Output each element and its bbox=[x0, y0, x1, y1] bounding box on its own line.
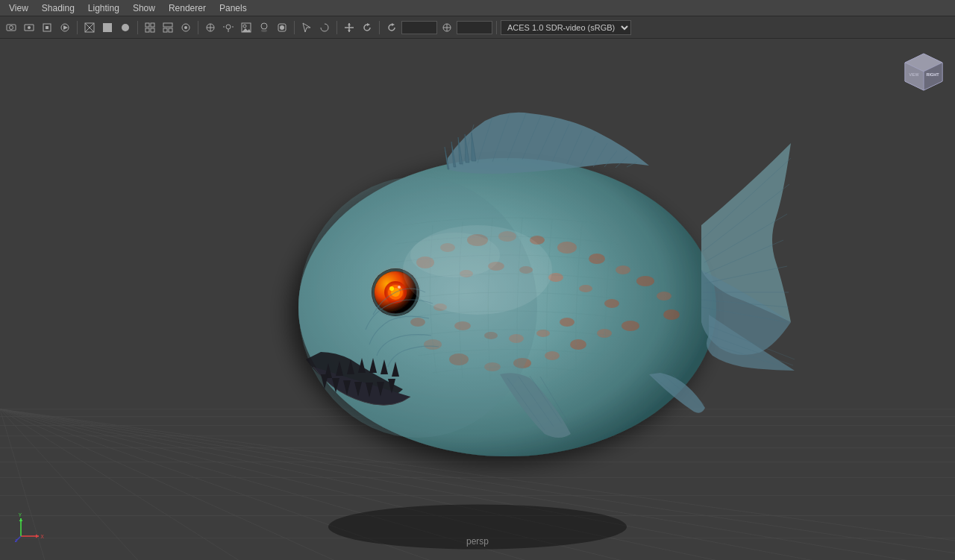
lasso-btn[interactable] bbox=[316, 19, 333, 36]
toolbar: 0.00 1.00 ACES 1.0 SDR-video (sRGB) bbox=[0, 16, 955, 39]
svg-rect-17 bbox=[163, 23, 172, 27]
svg-rect-14 bbox=[151, 23, 154, 27]
svg-point-102 bbox=[536, 330, 550, 337]
snap-btn[interactable] bbox=[178, 19, 194, 36]
axis-indicator: X Y Z bbox=[15, 512, 45, 542]
svg-point-124 bbox=[389, 286, 394, 291]
svg-text:Y: Y bbox=[19, 512, 22, 517]
svg-point-33 bbox=[261, 29, 267, 32]
render-icon[interactable] bbox=[57, 19, 73, 36]
svg-marker-31 bbox=[242, 28, 251, 32]
svg-rect-16 bbox=[151, 28, 154, 32]
svg-point-90 bbox=[597, 329, 612, 338]
texture-btn[interactable] bbox=[238, 19, 254, 36]
select-btn[interactable] bbox=[298, 19, 315, 36]
separator-5 bbox=[336, 21, 337, 34]
svg-marker-39 bbox=[348, 23, 351, 25]
svg-point-35 bbox=[280, 25, 284, 30]
menu-item-view[interactable]: View bbox=[3, 1, 34, 15]
menu-item-show[interactable]: Show bbox=[127, 1, 161, 15]
svg-point-80 bbox=[657, 292, 671, 301]
separator-7 bbox=[496, 21, 497, 34]
svg-point-103 bbox=[560, 318, 574, 327]
svg-rect-19 bbox=[169, 28, 172, 32]
svg-point-79 bbox=[636, 276, 654, 286]
exposure-icon[interactable] bbox=[439, 19, 455, 36]
menu-item-shading[interactable]: Shading bbox=[36, 1, 81, 15]
svg-point-81 bbox=[663, 309, 680, 320]
svg-text:Z: Z bbox=[15, 538, 18, 542]
wireframe-btn[interactable] bbox=[81, 19, 98, 36]
separator-1 bbox=[77, 21, 78, 34]
svg-rect-5 bbox=[46, 26, 48, 29]
svg-rect-18 bbox=[163, 28, 167, 32]
svg-marker-172 bbox=[36, 535, 39, 538]
svg-point-25 bbox=[226, 25, 231, 29]
svg-point-88 bbox=[545, 351, 560, 360]
menu-item-renderer[interactable]: Renderer bbox=[163, 1, 212, 15]
viewport[interactable]: RIGHT VIEW persp X Y Z bbox=[0, 39, 955, 560]
perspective-label: persp bbox=[466, 536, 489, 547]
svg-text:VIEW: VIEW bbox=[909, 72, 919, 77]
menu-bar: View Shading Lighting Show Renderer Pane… bbox=[0, 0, 955, 16]
solid-btn[interactable] bbox=[99, 19, 116, 36]
svg-marker-175 bbox=[19, 518, 23, 521]
separator-3 bbox=[198, 21, 198, 34]
svg-marker-41 bbox=[367, 23, 370, 26]
camera-tool-btn[interactable] bbox=[3, 19, 19, 36]
svg-marker-40 bbox=[348, 30, 351, 32]
exposure-input[interactable]: 0.00 bbox=[401, 21, 437, 34]
svg-text:RIGHT: RIGHT bbox=[926, 72, 939, 77]
svg-point-78 bbox=[616, 265, 630, 274]
svg-point-21 bbox=[184, 26, 187, 29]
color-management-select[interactable]: ACES 1.0 SDR-video (sRGB) bbox=[501, 20, 631, 35]
layout-btn[interactable] bbox=[160, 19, 176, 36]
view-cube[interactable]: RIGHT VIEW bbox=[901, 48, 946, 92]
svg-point-96 bbox=[579, 285, 592, 292]
svg-rect-11 bbox=[103, 23, 112, 32]
svg-point-125 bbox=[398, 286, 401, 289]
svg-point-91 bbox=[621, 321, 639, 331]
svg-rect-15 bbox=[145, 28, 149, 32]
svg-point-3 bbox=[28, 26, 31, 29]
svg-marker-36 bbox=[303, 23, 310, 32]
svg-rect-13 bbox=[145, 23, 149, 27]
menu-item-lighting[interactable]: Lighting bbox=[82, 1, 125, 15]
svg-point-89 bbox=[570, 339, 586, 350]
isolate-btn[interactable] bbox=[202, 19, 219, 36]
separator-2 bbox=[137, 21, 138, 34]
svg-point-97 bbox=[604, 299, 619, 308]
svg-point-1 bbox=[10, 25, 13, 29]
smooth-btn[interactable] bbox=[117, 19, 134, 36]
transform-icon[interactable] bbox=[39, 19, 55, 36]
fish-3d-model bbox=[164, 76, 806, 523]
svg-marker-42 bbox=[392, 23, 395, 26]
svg-marker-7 bbox=[63, 25, 68, 30]
gamma-input[interactable]: 1.00 bbox=[457, 21, 492, 34]
move-btn[interactable] bbox=[341, 19, 357, 36]
menu-item-panels[interactable]: Panels bbox=[213, 1, 253, 15]
svg-text:X: X bbox=[40, 534, 44, 539]
exposure-refresh-btn[interactable] bbox=[383, 19, 400, 36]
svg-point-12 bbox=[122, 24, 129, 31]
shadow-btn[interactable] bbox=[256, 19, 272, 36]
render2-btn[interactable] bbox=[274, 19, 290, 36]
separator-6 bbox=[379, 21, 380, 34]
light-btn[interactable] bbox=[220, 19, 237, 36]
svg-point-76 bbox=[557, 242, 577, 254]
svg-point-32 bbox=[261, 23, 267, 29]
svg-point-159 bbox=[410, 233, 500, 277]
separator-4 bbox=[294, 21, 295, 34]
svg-point-30 bbox=[243, 25, 246, 28]
rotate-btn[interactable] bbox=[359, 19, 375, 36]
camera-icon[interactable] bbox=[21, 19, 37, 36]
grid-btn[interactable] bbox=[142, 19, 158, 36]
